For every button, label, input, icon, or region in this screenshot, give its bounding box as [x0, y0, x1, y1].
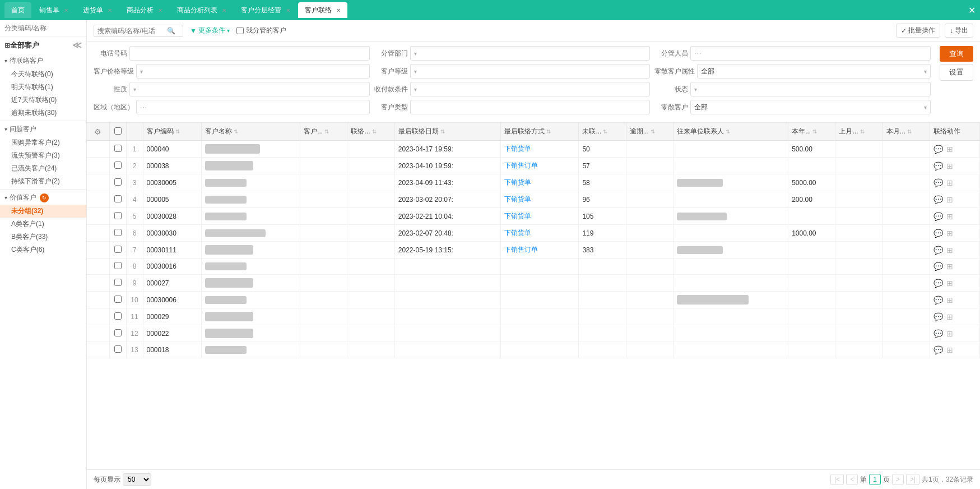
tab-home[interactable]: 首页	[4, 2, 31, 18]
row-checkbox[interactable]	[114, 246, 122, 253]
sidebar-item-declining[interactable]: 持续下滑客户(2)	[0, 175, 86, 188]
checkbox-cell[interactable]	[109, 208, 126, 225]
row-checkbox[interactable]	[114, 296, 122, 303]
filter-staff-input[interactable]: ···	[690, 46, 931, 61]
reset-button[interactable]: 设置	[940, 64, 973, 81]
sidebar-item-lost[interactable]: 已流失客户(24)	[0, 162, 86, 175]
tab-customer-contact[interactable]: 客户联络 ✕	[298, 2, 347, 18]
checkbox-cell[interactable]	[109, 308, 126, 325]
sort-name-icon[interactable]: ⇅	[234, 128, 238, 135]
sort-last-month-icon[interactable]: ⇅	[860, 128, 865, 135]
checkbox-cell[interactable]	[109, 325, 126, 342]
batch-operations-btn[interactable]: ✓ 批量操作	[896, 24, 940, 38]
per-page-select[interactable]: 50 20 100	[123, 473, 151, 486]
next-page-btn[interactable]: >	[892, 474, 904, 485]
filter-search-box[interactable]: 🔍	[94, 25, 183, 37]
settings-col-header[interactable]: ⚙	[87, 123, 109, 141]
all-customers-header[interactable]: ⊞ 全部客户 ≪	[0, 36, 86, 54]
settings-gear-icon[interactable]: ⚙	[94, 127, 101, 136]
grid-action-icon[interactable]: ⊞	[946, 178, 953, 187]
grid-action-icon[interactable]: ⊞	[946, 262, 953, 271]
contact-method-link[interactable]: 下销货单	[504, 212, 531, 220]
row-checkbox[interactable]	[114, 145, 122, 152]
last-month-col-header[interactable]: 上月... ⇅	[835, 123, 883, 141]
message-action-icon[interactable]: 💬	[933, 162, 943, 170]
last-contact-date-col-header[interactable]: 最后联络日期 ⇅	[394, 123, 500, 141]
sidebar-item-tomorrow[interactable]: 明天待联络(1)	[0, 81, 86, 94]
checkbox-cell[interactable]	[109, 242, 126, 259]
grid-action-icon[interactable]: ⊞	[946, 345, 953, 354]
my-customers-checkbox[interactable]	[236, 27, 244, 34]
grid-action-icon[interactable]: ⊞	[946, 296, 953, 305]
message-action-icon[interactable]: 💬	[933, 296, 943, 305]
code-col-header[interactable]: 客户编码 ⇅	[143, 123, 202, 141]
refresh-badge-icon[interactable]: ↻	[40, 193, 49, 202]
uncontact-col-header[interactable]: 未联... ⇅	[579, 123, 626, 141]
sort-code-icon[interactable]: ⇅	[175, 128, 180, 135]
sidebar-item-churn-warning[interactable]: 流失预警客户(3)	[0, 149, 86, 162]
tab-purchase[interactable]: 进货单 ✕	[76, 2, 119, 18]
filter-customer-level-input[interactable]: ▾	[410, 64, 651, 79]
contact-method-link[interactable]: 下销货单	[504, 145, 531, 153]
row-checkbox[interactable]	[114, 279, 122, 286]
sidebar-group-value[interactable]: ▾ 价值客户 ↻	[0, 191, 86, 205]
sort-unit-icon[interactable]: ⇅	[726, 128, 730, 135]
sort-contact-icon[interactable]: ⇅	[372, 128, 377, 135]
sidebar-search-input[interactable]	[4, 24, 87, 32]
sort-category-icon[interactable]: ⇅	[324, 128, 329, 135]
sort-this-year-icon[interactable]: ⇅	[812, 128, 817, 135]
filter-retail-attr-input[interactable]: 全部 ▾	[697, 64, 931, 79]
sidebar-item-7days[interactable]: 近7天待联络(0)	[0, 94, 86, 107]
checkbox-cell[interactable]	[109, 292, 126, 308]
row-checkbox[interactable]	[114, 229, 122, 236]
last-page-btn[interactable]: >|	[906, 474, 919, 485]
message-action-icon[interactable]: 💬	[933, 329, 943, 338]
row-checkbox[interactable]	[114, 195, 122, 202]
select-all-checkbox[interactable]	[114, 127, 122, 135]
grid-action-icon[interactable]: ⊞	[946, 329, 953, 338]
message-action-icon[interactable]: 💬	[933, 212, 943, 221]
row-checkbox[interactable]	[114, 329, 122, 336]
row-checkbox[interactable]	[114, 312, 122, 320]
filter-search-input[interactable]	[97, 27, 165, 35]
message-action-icon[interactable]: 💬	[933, 229, 943, 238]
grid-action-icon[interactable]: ⊞	[946, 312, 953, 321]
grid-action-icon[interactable]: ⊞	[946, 195, 953, 204]
row-checkbox[interactable]	[114, 178, 122, 186]
contact-col-header[interactable]: 联络... ⇅	[347, 123, 394, 141]
message-action-icon[interactable]: 💬	[933, 279, 943, 288]
prev-page-btn[interactable]: <	[846, 474, 858, 485]
overdue-col-header[interactable]: 逾期... ⇅	[626, 123, 673, 141]
filter-retail-customer-input[interactable]: 全部 ▾	[690, 100, 931, 114]
my-customers-checkbox-container[interactable]: 我分管的客户	[236, 26, 286, 35]
tab-customer-layer-close[interactable]: ✕	[286, 7, 290, 13]
this-year-col-header[interactable]: 本年... ⇅	[788, 123, 835, 141]
checkbox-cell[interactable]	[109, 158, 126, 174]
sidebar-item-ungroup[interactable]: 未分组(32)	[0, 205, 86, 218]
row-checkbox[interactable]	[114, 345, 122, 353]
row-checkbox[interactable]	[114, 212, 122, 219]
tab-product-analysis-list[interactable]: 商品分析列表 ✕	[170, 2, 233, 18]
name-col-header[interactable]: 客户名称 ⇅	[202, 123, 300, 141]
row-checkbox[interactable]	[114, 262, 122, 269]
filter-payment-input[interactable]: ▾	[410, 82, 651, 96]
checkbox-cell[interactable]	[109, 225, 126, 242]
sidebar-group-problem[interactable]: ▾ 问题客户	[0, 122, 86, 136]
grid-action-icon[interactable]: ⊞	[946, 279, 953, 288]
checkbox-cell[interactable]	[109, 275, 126, 292]
contact-method-link[interactable]: 下销货单	[504, 178, 531, 186]
checkbox-col-header[interactable]	[109, 123, 126, 141]
tab-sales[interactable]: 销售单 ✕	[32, 2, 75, 18]
category-col-header[interactable]: 客户... ⇅	[300, 123, 347, 141]
contact-method-link[interactable]: 下销货单	[504, 195, 531, 203]
filter-region-input[interactable]: ···	[136, 100, 370, 114]
sidebar-item-abnormal[interactable]: 囤购异常客户(2)	[0, 136, 86, 149]
message-action-icon[interactable]: 💬	[933, 246, 943, 255]
sidebar-group-pending[interactable]: ▾ 待联络客户	[0, 54, 86, 68]
contact-method-link[interactable]: 下销售订单	[504, 162, 538, 169]
page-current[interactable]: 1	[869, 474, 881, 485]
grid-action-icon[interactable]: ⊞	[946, 246, 953, 255]
query-button[interactable]: 查询	[940, 46, 973, 62]
row-checkbox[interactable]	[114, 162, 122, 169]
grid-action-icon[interactable]: ⊞	[946, 145, 953, 154]
